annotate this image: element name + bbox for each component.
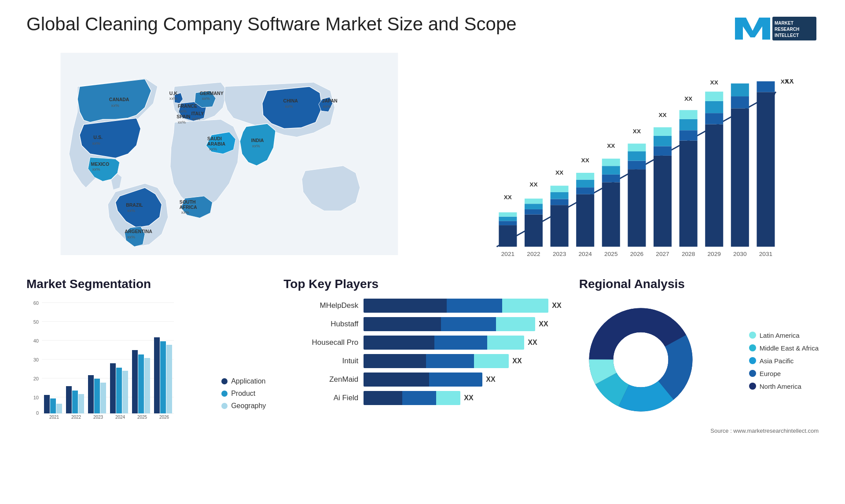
svg-rect-76 (654, 156, 672, 247)
svg-text:INDIA: INDIA (251, 138, 264, 143)
svg-rect-84 (680, 119, 698, 130)
regional-area: Regional Analysis (579, 277, 819, 434)
europe-label: Europe (760, 370, 781, 377)
svg-text:xx%: xx% (127, 234, 136, 239)
regional-legend: Latin America Middle East & Africa Asia … (749, 332, 819, 390)
svg-rect-125 (88, 375, 94, 413)
player-name: ZenMaid (283, 375, 358, 384)
north-america-label: North America (760, 383, 801, 390)
svg-rect-96 (731, 84, 749, 96)
application-dot (221, 378, 228, 384)
middle-east-dot (749, 344, 756, 351)
svg-text:XX: XX (684, 95, 692, 102)
player-xx: XX (528, 339, 537, 347)
svg-rect-138 (160, 341, 166, 413)
svg-rect-135 (144, 358, 150, 413)
svg-text:2026: 2026 (159, 415, 169, 420)
player-bar (364, 373, 482, 387)
growth-bar-chart: XX 2021 XX 2022 XX 2023 (450, 79, 819, 264)
legend-item-product: Product (221, 390, 266, 398)
svg-text:2027: 2027 (656, 251, 669, 257)
svg-text:30: 30 (33, 357, 39, 362)
player-bar (364, 391, 460, 405)
donut-chart (579, 298, 702, 421)
svg-text:SPAIN: SPAIN (176, 114, 190, 120)
player-name: Ai Field (283, 394, 358, 402)
asia-pacific-label: Asia Pacific (760, 357, 794, 365)
svg-text:MEXICO: MEXICO (91, 161, 110, 167)
legend-item-geography: Geography (221, 402, 266, 410)
svg-text:xx%: xx% (285, 104, 293, 109)
svg-rect-121 (66, 386, 72, 413)
bar-chart-area: XX 2021 XX 2022 XX 2023 (450, 53, 819, 264)
svg-text:U.S.: U.S. (93, 135, 103, 140)
legend-north-america: North America (749, 383, 819, 390)
svg-text:GERMANY: GERMANY (200, 91, 224, 96)
svg-text:50: 50 (33, 319, 39, 325)
svg-text:xx%: xx% (209, 146, 217, 151)
svg-rect-78 (654, 136, 672, 146)
svg-rect-49 (525, 199, 543, 204)
player-xx: XX (486, 376, 495, 383)
svg-text:AFRICA: AFRICA (180, 205, 197, 210)
svg-rect-77 (654, 146, 672, 155)
svg-rect-65 (602, 175, 620, 183)
svg-rect-118 (50, 398, 56, 413)
product-dot (221, 391, 228, 397)
regional-content: Latin America Middle East & Africa Asia … (579, 298, 819, 423)
svg-rect-72 (628, 151, 646, 161)
svg-rect-48 (525, 204, 543, 209)
svg-rect-139 (166, 345, 172, 413)
svg-text:SAUDI: SAUDI (207, 136, 222, 141)
svg-rect-67 (602, 159, 620, 166)
svg-text:BRAZIL: BRAZIL (126, 202, 143, 208)
svg-rect-94 (731, 108, 749, 247)
svg-rect-85 (680, 110, 698, 119)
player-xx: XX (464, 394, 473, 402)
svg-rect-59 (576, 187, 594, 194)
svg-text:xx%: xx% (178, 120, 186, 124)
legend-europe: Europe (749, 370, 819, 377)
svg-rect-123 (78, 394, 84, 413)
svg-text:FRANCE: FRANCE (178, 103, 197, 109)
svg-rect-70 (628, 169, 646, 247)
player-row-housecall: Housecall Pro XX (283, 335, 561, 350)
svg-text:XX: XX (658, 112, 666, 118)
players-area: Top Key Players MHelpDesk XX Hu (283, 277, 561, 434)
svg-rect-55 (550, 186, 568, 192)
svg-rect-98 (757, 92, 775, 247)
player-name: MHelpDesk (283, 301, 358, 310)
svg-text:2023: 2023 (553, 251, 566, 257)
svg-rect-54 (550, 192, 568, 199)
svg-text:xx%: xx% (92, 167, 100, 172)
svg-rect-90 (705, 101, 723, 113)
svg-marker-0 (735, 18, 770, 40)
svg-point-147 (614, 332, 668, 387)
player-name: Intuit (283, 357, 358, 365)
svg-rect-60 (576, 180, 594, 188)
player-bar-container: XX (364, 298, 561, 313)
geography-label: Geography (231, 402, 266, 410)
svg-text:2028: 2028 (682, 251, 695, 257)
svg-text:xx%: xx% (202, 96, 210, 101)
svg-rect-43 (499, 212, 517, 217)
svg-text:20: 20 (33, 376, 39, 381)
svg-text:XX: XX (504, 194, 512, 201)
svg-text:xx%: xx% (192, 116, 201, 121)
svg-text:xx%: xx% (323, 104, 331, 109)
segmentation-area: Market Segmentation 60 50 40 30 20 10 0 (26, 277, 266, 434)
svg-text:2021: 2021 (501, 251, 514, 257)
svg-rect-40 (499, 225, 517, 247)
svg-text:2030: 2030 (733, 251, 747, 257)
svg-rect-71 (628, 161, 646, 170)
svg-text:XX: XX (529, 181, 537, 188)
regional-title: Regional Analysis (579, 277, 819, 291)
source-text: Source : www.marketresearchintellect.com (579, 427, 819, 434)
svg-text:xx%: xx% (111, 103, 120, 108)
svg-text:2025: 2025 (137, 415, 147, 420)
svg-text:RESEARCH: RESEARCH (775, 27, 799, 32)
product-label: Product (231, 390, 255, 398)
svg-text:XX: XX (581, 157, 589, 164)
svg-text:ARABIA: ARABIA (207, 141, 225, 146)
svg-rect-58 (576, 194, 594, 247)
